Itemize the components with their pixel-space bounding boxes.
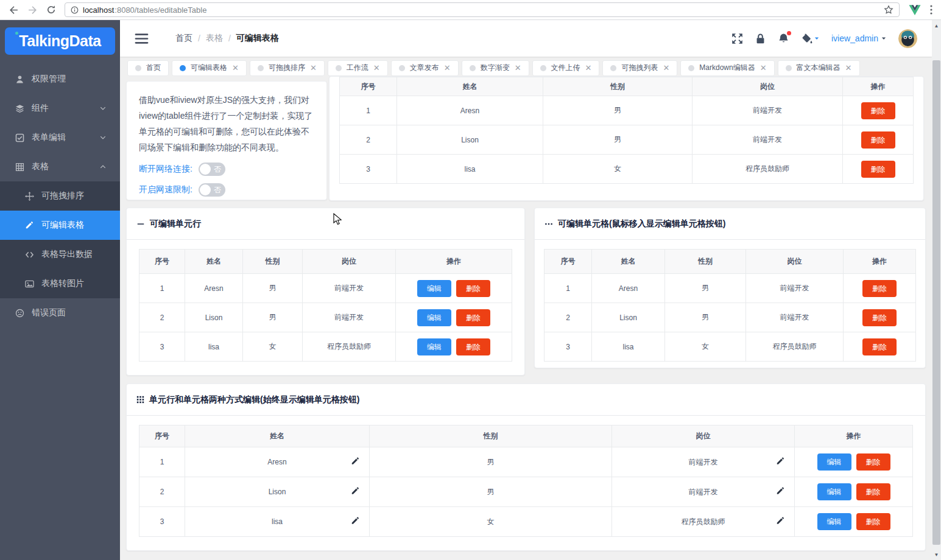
sidebar-item-editable-table[interactable]: 可编辑表格 — [0, 211, 120, 240]
tab-4[interactable]: 文章发布✕ — [391, 60, 459, 76]
tab-close-icon[interactable]: ✕ — [310, 63, 317, 72]
edit-cell-pencil-icon[interactable] — [776, 457, 784, 467]
sidebar-item-rights[interactable]: 权限管理 — [0, 65, 120, 94]
delete-button[interactable]: 删除 — [861, 161, 895, 178]
cell-gender: 男 — [370, 477, 612, 507]
edit-cell-pencil-icon[interactable] — [776, 487, 784, 497]
data-table: 序号姓名性别岗位操作1Aresn男前端开发编辑删除2Lison男前端开发编辑删除… — [139, 249, 512, 362]
tab-status-dot — [336, 65, 342, 71]
cell-gender: 女 — [665, 332, 746, 362]
info-icon[interactable] — [71, 6, 79, 14]
delete-button[interactable]: 删除 — [862, 280, 897, 297]
delete-button[interactable]: 删除 — [456, 280, 490, 297]
cell-index: 1 — [340, 96, 397, 125]
fullscreen-icon[interactable] — [731, 33, 743, 44]
tab-3[interactable]: 工作流✕ — [328, 60, 388, 76]
delete-button[interactable]: 删除 — [456, 309, 490, 326]
edit-cell-pencil-icon[interactable] — [776, 517, 784, 527]
sidebar-item-export-data[interactable]: 表格导出数据 — [0, 240, 120, 269]
edit-button[interactable]: 编辑 — [817, 513, 851, 530]
cell-job: 前端开发 — [303, 274, 396, 303]
delete-button[interactable]: 删除 — [856, 453, 890, 471]
user-dropdown[interactable]: iview_admin — [831, 33, 887, 43]
sidebar-item-tables[interactable]: 表格 — [0, 152, 120, 181]
lock-icon[interactable] — [755, 33, 766, 44]
tab-label: 工作流 — [347, 63, 368, 73]
tab-7[interactable]: 可拖拽列表✕ — [602, 60, 677, 76]
delete-button[interactable]: 删除 — [856, 483, 890, 500]
delete-button[interactable]: 删除 — [862, 309, 897, 326]
logo-accent-dot — [15, 32, 18, 35]
cell-name: Lison — [185, 303, 243, 332]
delete-button[interactable]: 删除 — [862, 338, 897, 355]
cell-job: 前端开发 — [746, 303, 844, 332]
tab-close-icon[interactable]: ✕ — [373, 63, 380, 72]
tab-close-icon[interactable]: ✕ — [760, 63, 767, 72]
sidebar: TalkingData 权限管理组件表单编辑表格可拖拽排序可编辑表格表格导出数据… — [0, 20, 120, 560]
tab-6[interactable]: 文件上传✕ — [532, 60, 600, 76]
browser-back-icon[interactable] — [9, 5, 19, 15]
table-header-row: 序号姓名性别岗位操作 — [545, 250, 916, 274]
tab-5[interactable]: 数字渐变✕ — [462, 60, 529, 76]
cell-gender: 男 — [543, 125, 693, 155]
table-row: 3lisa女程序员鼓励师删除 — [340, 155, 914, 184]
tab-close-icon[interactable]: ✕ — [663, 63, 669, 72]
breadcrumb-home[interactable]: 首页 — [175, 33, 192, 44]
toggle-switch[interactable]: 否 — [199, 163, 225, 176]
browser-forward-icon[interactable] — [27, 5, 38, 15]
edit-button[interactable]: 编辑 — [817, 453, 851, 471]
tab-close-icon[interactable]: ✕ — [585, 63, 592, 72]
tab-label: 数字渐变 — [481, 63, 510, 73]
scroll-down-arrow[interactable]: ▼ — [932, 550, 941, 559]
scrollbar-thumb[interactable] — [932, 60, 940, 545]
avatar[interactable] — [898, 29, 917, 48]
tab-close-icon[interactable]: ✕ — [232, 63, 239, 72]
notifications-bell-icon[interactable] — [778, 33, 789, 44]
tab-0[interactable]: 首页 — [127, 60, 169, 76]
sidebar-item-form-edit[interactable]: 表单编辑 — [0, 123, 120, 152]
tab-2[interactable]: 可拖拽排序✕ — [250, 60, 325, 76]
tab-close-icon[interactable]: ✕ — [515, 63, 521, 72]
tab-8[interactable]: Markdown编辑器✕ — [680, 60, 774, 76]
edit-button[interactable]: 编辑 — [417, 280, 451, 297]
delete-button[interactable]: 删除 — [861, 102, 895, 119]
column-header: 操作 — [396, 250, 512, 274]
delete-button[interactable]: 删除 — [861, 131, 895, 149]
cell-job: 前端开发 — [612, 477, 795, 507]
tab-close-icon[interactable]: ✕ — [444, 63, 451, 72]
cell-gender: 女 — [370, 507, 612, 537]
chevron-up-icon — [98, 163, 108, 170]
toggle-switch[interactable]: 否 — [199, 183, 225, 197]
delete-button[interactable]: 删除 — [456, 338, 490, 355]
cell-index: 1 — [139, 447, 185, 477]
tab-close-icon[interactable]: ✕ — [845, 63, 852, 72]
edit-cell-pencil-icon[interactable] — [351, 457, 359, 467]
edit-button[interactable]: 编辑 — [417, 309, 451, 326]
sidebar-item-drag-sort[interactable]: 可拖拽排序 — [0, 181, 120, 211]
scroll-up-arrow[interactable]: ▲ — [932, 21, 941, 30]
cell-name: Lison — [592, 303, 665, 332]
notification-badge — [787, 31, 791, 35]
tab-1[interactable]: 可编辑表格✕ — [172, 60, 247, 76]
url-bar[interactable]: localhost:8080/tables/editableTable — [65, 2, 900, 17]
delete-button[interactable]: 删除 — [856, 513, 890, 530]
sidebar-collapse-icon[interactable] — [135, 33, 149, 44]
edit-button[interactable]: 编辑 — [417, 338, 451, 355]
tab-status-dot — [180, 65, 186, 71]
vue-devtools-icon[interactable] — [908, 4, 922, 16]
column-header: 序号 — [139, 425, 185, 447]
edit-cell-pencil-icon[interactable] — [351, 487, 359, 497]
browser-refresh-icon[interactable] — [46, 5, 56, 15]
bookmark-star-icon[interactable] — [884, 5, 893, 15]
tab-label: 首页 — [146, 63, 161, 73]
theme-switcher[interactable] — [801, 33, 820, 44]
edit-button[interactable]: 编辑 — [817, 483, 851, 500]
tab-9[interactable]: 富文本编辑器✕ — [778, 60, 860, 76]
sidebar-item-error-page[interactable]: 错误页面 — [0, 298, 120, 327]
table-row: 2Lison男前端开发编辑删除 — [139, 303, 512, 332]
sidebar-item-table-to-image[interactable]: 表格转图片 — [0, 269, 120, 298]
cell-gender: 男 — [665, 274, 746, 303]
sidebar-item-components[interactable]: 组件 — [0, 94, 120, 123]
edit-cell-pencil-icon[interactable] — [351, 517, 359, 527]
browser-menu-icon[interactable] — [930, 5, 932, 15]
